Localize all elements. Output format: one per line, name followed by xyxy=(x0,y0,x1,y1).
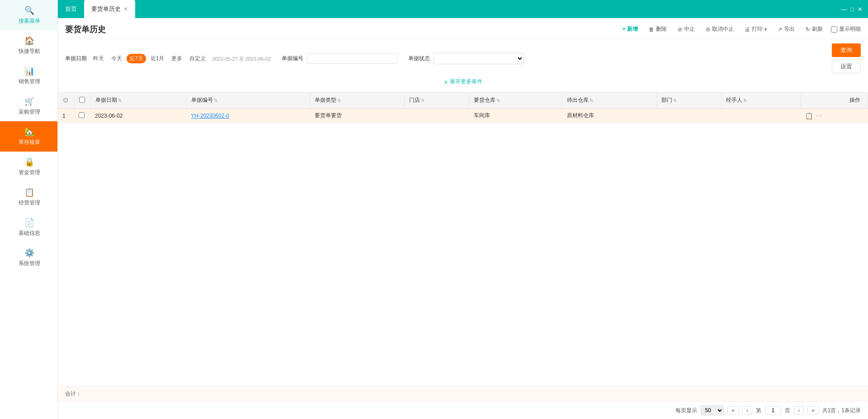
delete-icon: 🗑 xyxy=(649,26,654,33)
sort-billno-icon[interactable]: ⇅ xyxy=(214,98,217,103)
delete-button[interactable]: 🗑 删除 xyxy=(646,24,670,35)
page-number-input[interactable]: 1 xyxy=(765,406,781,415)
th-store: 门店⇅ xyxy=(404,92,469,109)
per-page-select[interactable]: 10 20 50 100 xyxy=(701,405,724,415)
th-bill-no: 单据编号⇅ xyxy=(186,92,310,109)
table-footer: 合计： xyxy=(58,386,868,401)
th-actions: 操作 xyxy=(801,92,868,109)
tab-requisition-history[interactable]: 要货单历史 ✕ xyxy=(84,0,135,18)
th-bill-type: 单据类型⇅ xyxy=(310,92,405,109)
bill-no-input[interactable] xyxy=(307,53,397,64)
sidebar-item-purchase[interactable]: 🛒 采购管理 xyxy=(0,91,57,121)
data-table: ⚙ 单据日期⇅ 单据编号⇅ 单据类型⇅ xyxy=(58,92,868,123)
tab-close-icon[interactable]: ✕ xyxy=(123,6,128,12)
display-detail-toggle[interactable]: 显示明细 xyxy=(831,25,861,33)
close-button[interactable]: ✕ xyxy=(858,6,863,13)
sidebar-item-system[interactable]: ⚙️ 系统管理 xyxy=(0,243,57,273)
sidebar-item-operation[interactable]: 📋 经营管理 xyxy=(0,182,57,212)
sort-store-icon[interactable]: ⇅ xyxy=(421,98,425,103)
topbar: 首页 要货单历史 ✕ — □ ✕ xyxy=(58,0,868,18)
first-page-button[interactable]: « xyxy=(727,406,739,415)
query-button[interactable]: 查询 xyxy=(832,43,861,57)
date-opt-custom[interactable]: 自定义 xyxy=(187,54,208,63)
th-handler: 经手人⇅ xyxy=(722,92,801,109)
export-button[interactable]: ↗ 导出 xyxy=(775,24,797,35)
search-menu-icon: 🔍 xyxy=(24,5,34,15)
settings-button[interactable]: 设置 xyxy=(832,60,861,73)
page-header: 要货单历史 + 新增 🗑 删除 ⊘ 中止 ⊘ 取消中止 🖨 打印 xyxy=(58,18,868,39)
last-page-button[interactable]: » xyxy=(807,406,819,415)
stop-button[interactable]: ⊘ 中止 xyxy=(675,24,698,35)
expand-more[interactable]: ∨ 展开更多条件 xyxy=(65,76,861,87)
sort-billtype-icon[interactable]: ⇅ xyxy=(337,98,341,103)
date-opt-more[interactable]: 更多 xyxy=(169,54,185,63)
td-pending-warehouse: 原材料仓库 xyxy=(562,109,657,123)
print-dropdown-icon: ▾ xyxy=(764,27,767,32)
next-page-button[interactable]: › xyxy=(794,406,804,415)
bill-no-filter: 单据编号 xyxy=(282,53,397,64)
view-action-button[interactable]: 📋 xyxy=(805,112,813,119)
more-action-button[interactable]: ⋯ xyxy=(816,112,822,119)
date-opt-1month[interactable]: 近1月 xyxy=(148,54,167,63)
refresh-button[interactable]: ↻ 刷新 xyxy=(803,24,826,35)
td-handler xyxy=(722,109,801,123)
quick-nav-icon: 🏠 xyxy=(24,36,34,46)
th-date: 单据日期⇅ xyxy=(90,92,186,109)
date-opt-7days[interactable]: 近7天 xyxy=(127,54,146,63)
td-req-warehouse: 车间库 xyxy=(469,109,562,123)
status-select[interactable] xyxy=(434,52,524,64)
filter-row-1: 单据日期 昨天 今天 近7天 近1月 更多 自定义 2023-05-27 至 2… xyxy=(65,43,861,73)
sidebar-item-search-menu[interactable]: 🔍 搜索菜单 xyxy=(0,0,57,30)
print-button[interactable]: 🖨 打印 ▾ xyxy=(742,24,769,35)
add-button[interactable]: + 新增 xyxy=(620,24,641,35)
th-pending-warehouse: 待出仓库⇅ xyxy=(562,92,657,109)
maximize-button[interactable]: □ xyxy=(850,6,854,13)
content-area: 要货单历史 + 新增 🗑 删除 ⊘ 中止 ⊘ 取消中止 🖨 打印 xyxy=(58,18,868,419)
th-checkbox xyxy=(74,92,90,109)
minimize-button[interactable]: — xyxy=(841,6,847,13)
td-date: 2023-06-02 xyxy=(90,109,186,123)
toolbar: + 新增 🗑 删除 ⊘ 中止 ⊘ 取消中止 🖨 打印 ▾ xyxy=(620,24,861,35)
sidebar-item-quick-nav[interactable]: 🏠 快捷导航 xyxy=(0,30,57,61)
sort-pend-wh-icon[interactable]: ⇅ xyxy=(590,98,593,103)
date-options: 昨天 今天 近7天 近1月 更多 自定义 xyxy=(90,54,208,63)
cancel-stop-icon: ⊘ xyxy=(706,26,710,33)
sort-date-icon[interactable]: ⇅ xyxy=(118,98,122,103)
row-checkbox[interactable] xyxy=(79,112,85,118)
tab-home[interactable]: 首页 xyxy=(58,0,84,18)
status-filter: 单据状态 xyxy=(408,52,524,64)
column-settings-icon[interactable]: ⚙ xyxy=(62,96,69,104)
sort-handler-icon[interactable]: ⇅ xyxy=(743,98,747,103)
bill-no-link[interactable]: YH-20230602-0 xyxy=(191,113,229,119)
purchase-icon: 🛒 xyxy=(24,96,34,106)
page-title: 要货单历史 xyxy=(65,24,106,35)
stop-icon: ⊘ xyxy=(678,26,682,33)
date-opt-yesterday[interactable]: 昨天 xyxy=(90,54,107,63)
sidebar-item-inventory[interactable]: 🏡 库存核算 xyxy=(0,121,57,152)
sort-dept-icon[interactable]: ⇅ xyxy=(673,98,677,103)
display-detail-checkbox[interactable] xyxy=(831,26,837,33)
cancel-stop-button[interactable]: ⊘ 取消中止 xyxy=(703,24,736,35)
prev-page-button[interactable]: ‹ xyxy=(742,406,752,415)
sales-icon: 📊 xyxy=(24,66,34,76)
system-icon: ⚙️ xyxy=(24,248,34,258)
chevron-down-icon: ∨ xyxy=(444,79,448,85)
print-icon: 🖨 xyxy=(745,26,750,33)
sidebar-item-sales[interactable]: 📊 销售管理 xyxy=(0,61,57,91)
td-index: 1 xyxy=(58,109,74,123)
td-actions: 📋 ⋯ xyxy=(801,109,868,123)
sidebar-item-finance[interactable]: 🔒 资金管理 xyxy=(0,152,57,182)
select-all-checkbox[interactable] xyxy=(79,97,85,103)
date-range: 2023-05-27 至 2023-06-02 xyxy=(212,56,271,62)
operation-icon: 📋 xyxy=(24,187,34,197)
td-checkbox xyxy=(74,109,90,123)
finance-icon: 🔒 xyxy=(24,157,34,167)
date-opt-today[interactable]: 今天 xyxy=(108,54,125,63)
table-area: ⚙ 单据日期⇅ 单据编号⇅ 单据类型⇅ xyxy=(58,92,868,386)
basic-icon: 📄 xyxy=(24,218,34,228)
td-bill-no: YH-20230602-0 xyxy=(186,109,310,123)
sidebar-item-basic[interactable]: 📄 基础信息 xyxy=(0,212,57,243)
filter-actions: 查询 设置 xyxy=(832,43,861,73)
sort-req-wh-icon[interactable]: ⇅ xyxy=(496,98,500,103)
table-row: 1 2023-06-02 YH-20230602-0 要货单要货 车间库 原材料… xyxy=(58,109,868,123)
